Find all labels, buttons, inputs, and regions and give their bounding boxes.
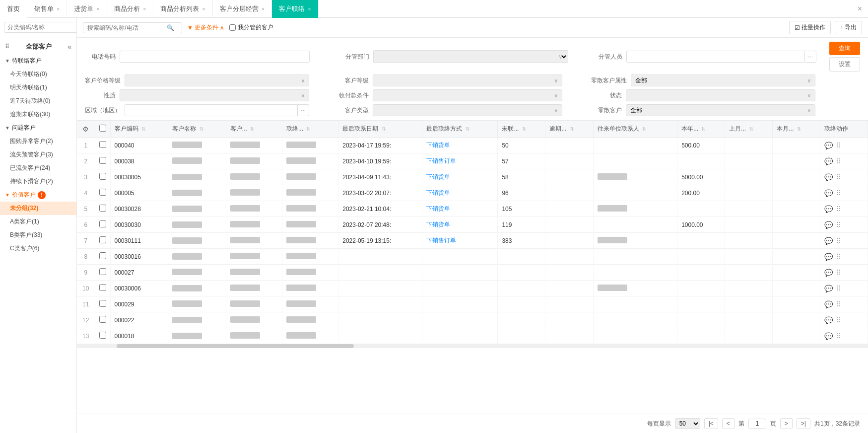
group-value-customers[interactable]: ▼ 价值客户 ! [0, 188, 76, 202]
row-checkbox[interactable] [99, 300, 106, 307]
chat-icon[interactable]: 💬 [824, 237, 833, 245]
sort-icon[interactable]: ⇅ [200, 126, 203, 132]
sort-icon[interactable]: ⇅ [306, 126, 310, 132]
chat-icon[interactable]: 💬 [824, 173, 833, 181]
retail-customer-select[interactable]: 全部 [626, 104, 815, 116]
nature-select[interactable] [120, 89, 309, 101]
sort-icon[interactable]: ⇅ [642, 126, 646, 132]
grid-action-icon[interactable]: ⠿ [836, 269, 841, 277]
sort-icon[interactable]: ⇅ [382, 126, 386, 132]
chat-icon[interactable]: 💬 [824, 253, 833, 261]
grid-action-icon[interactable]: ⠿ [836, 205, 841, 213]
sidebar-item-churn-warning[interactable]: 流失预警客户(3) [0, 148, 76, 161]
batch-ops-button[interactable]: ☑ 批量操作 [789, 21, 831, 34]
sidebar-item-hoarding[interactable]: 囤购异常客户(2) [0, 135, 76, 148]
grid-action-icon[interactable]: ⠿ [836, 157, 841, 165]
contact-method-link[interactable]: 下销货单 [426, 173, 450, 180]
sidebar-item-overdue-pending[interactable]: 逾期未联络(30) [0, 108, 76, 121]
first-page-btn[interactable]: |< [704, 418, 718, 429]
sort-icon[interactable]: ⇅ [250, 126, 254, 132]
sidebar-item-class-b[interactable]: B类客户(33) [0, 228, 76, 242]
retail-attr-select[interactable]: 全部 [631, 74, 815, 86]
contact-method-link[interactable]: 下销货单 [426, 189, 450, 196]
grid-action-icon[interactable]: ⠿ [836, 221, 841, 229]
sidebar-item-7days-pending[interactable]: 近7天待联络(0) [0, 94, 76, 108]
sidebar-item-churned[interactable]: 已流失客户(24) [0, 161, 76, 175]
close-purchase-tab[interactable]: × [96, 6, 99, 12]
close-all-tabs[interactable]: × [852, 4, 868, 13]
scrollbar-thumb[interactable] [117, 344, 354, 348]
horizontal-scrollbar[interactable] [77, 344, 868, 348]
chat-icon[interactable]: 💬 [824, 142, 833, 149]
sort-icon[interactable]: ⇅ [141, 126, 145, 132]
chat-icon[interactable]: 💬 [824, 316, 833, 324]
sort-icon[interactable]: ⇅ [466, 126, 469, 132]
sort-icon[interactable]: ⇅ [749, 126, 753, 132]
sort-icon[interactable]: ⇅ [522, 126, 526, 132]
tab-product-analysis[interactable]: 商品分析 × [107, 0, 153, 18]
chat-icon[interactable]: 💬 [824, 157, 833, 165]
sidebar-item-unclassified[interactable]: 未分组(32) [0, 202, 76, 215]
row-checkbox[interactable] [99, 205, 106, 212]
staff-input[interactable] [626, 51, 805, 63]
contact-method-link[interactable]: 下销售订单 [426, 157, 456, 164]
row-checkbox[interactable] [99, 252, 106, 259]
collapse-icon[interactable]: « [67, 43, 71, 51]
grid-action-icon[interactable]: ⠿ [836, 237, 841, 245]
tab-sales[interactable]: 销售单 × [27, 0, 67, 18]
page-number-input[interactable] [748, 419, 766, 429]
region-input[interactable] [125, 104, 298, 116]
chat-icon[interactable]: 💬 [824, 269, 833, 277]
grid-action-icon[interactable]: ⠿ [836, 285, 841, 292]
grid-action-icon[interactable]: ⠿ [836, 300, 841, 308]
grid-action-icon[interactable]: ⠿ [836, 316, 841, 324]
close-product-analysis-tab[interactable]: × [143, 6, 146, 12]
chat-icon[interactable]: 💬 [824, 285, 833, 292]
tab-home[interactable]: 首页 [0, 0, 27, 18]
row-checkbox[interactable] [99, 157, 106, 164]
tab-purchase[interactable]: 进货单 × [67, 0, 107, 18]
sort-icon[interactable]: ⇅ [797, 126, 801, 132]
sidebar-item-tomorrow-pending[interactable]: 明天待联络(1) [0, 81, 76, 94]
customer-level-select[interactable] [373, 74, 562, 86]
row-checkbox[interactable] [99, 316, 106, 323]
contact-method-link[interactable]: 下销售订单 [426, 237, 456, 244]
phone-input[interactable] [120, 51, 310, 63]
my-customers-toggle[interactable]: 我分管的客户 [229, 23, 273, 32]
sort-icon[interactable]: ⇅ [570, 126, 574, 132]
close-customer-contact-tab[interactable]: × [308, 6, 311, 12]
select-all-checkbox[interactable] [99, 125, 106, 132]
last-page-btn[interactable]: >| [797, 418, 810, 429]
all-customers-header[interactable]: ⠿ 全部客户 « [0, 39, 76, 54]
sidebar-item-today-pending[interactable]: 今天待联络(0) [0, 68, 76, 81]
tab-product-analysis-list[interactable]: 商品分析列表 × [153, 0, 212, 18]
grid-action-icon[interactable]: ⠿ [836, 173, 841, 181]
chat-icon[interactable]: 💬 [824, 205, 833, 213]
row-checkbox[interactable] [99, 284, 106, 291]
row-checkbox[interactable] [99, 236, 106, 243]
next-page-btn[interactable]: > [780, 418, 793, 429]
contact-method-link[interactable]: 下销货单 [426, 142, 450, 148]
grid-action-icon[interactable]: ⠿ [836, 142, 841, 149]
page-size-select[interactable]: 50 20 100 [675, 418, 700, 429]
reset-button[interactable]: 设置 [829, 57, 860, 72]
row-checkbox[interactable] [99, 189, 106, 196]
status-select[interactable] [626, 89, 815, 101]
more-conditions-btn[interactable]: ▼ 更多条件 ∧ [187, 23, 224, 32]
tab-customer-contact[interactable]: 客户联络 × [272, 0, 318, 18]
sidebar-item-class-c[interactable]: C类客户(6) [0, 242, 76, 255]
chat-icon[interactable]: 💬 [824, 332, 833, 340]
row-checkbox[interactable] [99, 268, 106, 275]
row-checkbox[interactable] [99, 220, 106, 227]
chat-icon[interactable]: 💬 [824, 189, 833, 197]
chat-icon[interactable]: 💬 [824, 221, 833, 229]
grid-action-icon[interactable]: ⠿ [836, 189, 841, 197]
search-input[interactable] [87, 24, 167, 31]
contact-method-link[interactable]: 下销货单 [426, 205, 450, 212]
customer-type-select[interactable] [373, 104, 562, 116]
contact-method-link[interactable]: 下销货单 [426, 221, 450, 228]
close-customer-segment-tab[interactable]: × [262, 6, 265, 12]
row-checkbox[interactable] [99, 332, 106, 339]
sort-icon[interactable]: ⇅ [701, 126, 705, 132]
sidebar-item-declining[interactable]: 持续下滑客户(2) [0, 175, 76, 188]
